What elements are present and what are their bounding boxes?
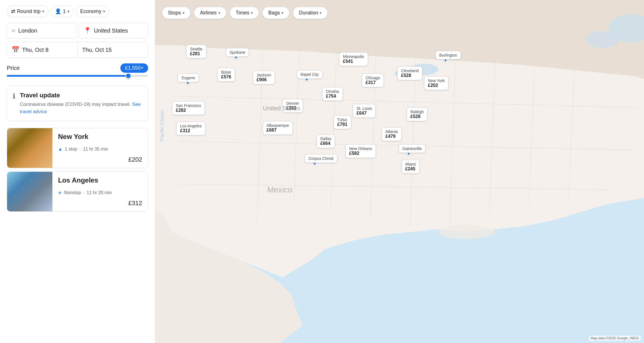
city-price-label[interactable]: New Orleans£582 (346, 144, 376, 158)
info-icon: ℹ (13, 92, 15, 100)
chevron-down-icon: ▾ (251, 11, 253, 15)
slider-thumb[interactable] (125, 73, 131, 79)
city-name: Miami (405, 162, 416, 166)
city-price: £317 (366, 80, 380, 85)
city-price: £576 (221, 74, 231, 80)
city-price-label[interactable]: Rapid City (297, 70, 323, 79)
city-name: Eugene (182, 76, 195, 80)
city-price-label[interactable]: Corpus Christi (305, 154, 337, 163)
city-price-label[interactable]: San Francisco£282 (172, 101, 205, 115)
city-name: Seattle (190, 47, 202, 51)
chevron-down-icon: ▾ (218, 11, 220, 15)
flight-card[interactable]: New York ▲ 1 stop · 11 hr 35 min £202 (7, 128, 148, 168)
city-price-label[interactable]: Gainesville (399, 144, 425, 153)
flight-card-content: Los Angeles ✈ Nonstop · 11 hr 20 min £31… (52, 172, 148, 211)
city-price-label[interactable]: Eugene (178, 74, 199, 82)
city-price: £202 (428, 83, 445, 88)
city-name: Burlington (439, 53, 457, 57)
city-name: Cleveland (401, 68, 419, 73)
flight-card[interactable]: Los Angeles ✈ Nonstop · 11 hr 20 min £31… (7, 172, 148, 212)
filter-times-button[interactable]: Times▾ (230, 7, 259, 19)
round-trip-icon: ⇄ (11, 8, 15, 14)
city-price-label[interactable]: Tulsa£791 (334, 115, 351, 129)
city-name: Corpus Christi (308, 156, 334, 161)
origin-field[interactable]: ○ London (7, 23, 76, 38)
filter-bags-button[interactable]: Bags▾ (262, 7, 289, 19)
passengers-button[interactable]: 👤 1 ▾ (51, 6, 74, 17)
city-name: Gainesville (402, 146, 422, 151)
city-name: Spokane (230, 50, 245, 55)
round-trip-button[interactable]: ⇄ Round trip ▾ (7, 6, 48, 17)
flight-card-price: £312 (58, 200, 142, 207)
city-name: Los Angeles (180, 124, 202, 128)
city-name: Omaha (326, 89, 339, 94)
city-name: St. Louis (357, 106, 372, 111)
update-title: Travel update (20, 92, 142, 99)
city-name: Tulsa (337, 117, 347, 122)
travel-update-card: ℹ Travel update Coronavirus disease (COV… (7, 86, 148, 121)
city-price: £687 (266, 128, 289, 133)
passenger-count: 1 (63, 8, 66, 14)
city-price-label[interactable]: St. Louis£647 (353, 104, 376, 118)
chevron-down-icon: ▾ (42, 9, 44, 14)
flight-card-price: £202 (58, 156, 142, 163)
destination-field[interactable]: 📍 United States (79, 23, 148, 38)
city-name: New Orleans (349, 146, 372, 151)
price-slider-track[interactable] (7, 75, 148, 77)
city-price-label[interactable]: Chicago£317 (362, 74, 384, 87)
city-price-label[interactable]: Minneapolis£541 (339, 52, 368, 66)
city-name: Minneapolis (343, 54, 364, 59)
dot-separator: · (79, 147, 80, 152)
city-name: Atlanta (385, 129, 398, 134)
city-price-label[interactable]: New York£202 (424, 76, 448, 90)
class-button[interactable]: Economy ▾ (76, 6, 109, 17)
city-price: £906 (257, 77, 271, 82)
city-price-label[interactable]: Albuquerque£687 (263, 121, 293, 135)
return-date-field[interactable]: Thu, Oct 15 (78, 42, 148, 57)
filter-label: Stops (168, 10, 181, 16)
filter-airlines-button[interactable]: Airlines▾ (194, 7, 226, 19)
date-row: 📅 Thu, Oct 8 Thu, Oct 15 (7, 42, 148, 58)
city-name: Dallas (320, 136, 331, 141)
update-content: Travel update Coronavirus disease (COVID… (20, 92, 142, 115)
filter-stops-button[interactable]: Stops▾ (162, 7, 191, 19)
flight-duration: 11 hr 20 min (87, 190, 112, 195)
svg-point-14 (586, 31, 620, 48)
airline-icon: ✈ (58, 190, 62, 196)
city-price-label[interactable]: Denver£352 (283, 99, 303, 113)
filter-bar: Stops▾Airlines▾Times▾Bags▾Duration▾ (162, 7, 328, 19)
destination-text: United States (94, 27, 128, 34)
flight-card-city: Los Angeles (58, 176, 142, 184)
flight-card-details: ▲ 1 stop · 11 hr 35 min (58, 147, 142, 152)
flight-duration: 11 hr 35 min (83, 147, 108, 152)
map-panel[interactable]: Mexico Pacific Ocean Stops▾Airlines▾Time… (155, 0, 644, 343)
city-price: £528 (410, 114, 424, 119)
city-price-label[interactable]: Jackson£906 (253, 71, 275, 84)
flight-cards-list: New York ▲ 1 stop · 11 hr 35 min £202 Lo… (7, 128, 148, 215)
city-price-label[interactable]: Boise£576 (217, 68, 235, 82)
city-price: £281 (190, 51, 202, 56)
svg-text:Pacific Ocean: Pacific Ocean (159, 110, 165, 142)
top-controls: ⇄ Round trip ▾ 👤 1 ▾ Economy ▾ (7, 6, 148, 17)
city-price-label[interactable]: Miami£245 (402, 160, 419, 173)
city-price-label[interactable]: Atlanta£479 (382, 127, 402, 141)
flight-card-city: New York (58, 133, 142, 141)
city-price-label[interactable]: Omaha£754 (322, 87, 343, 101)
flight-stops: Nonstop (64, 190, 81, 195)
destination-icon: 📍 (84, 27, 91, 34)
city-price-label[interactable]: Dallas£664 (317, 134, 335, 148)
chevron-down-icon: ▾ (320, 11, 322, 15)
filter-label: Times (236, 10, 249, 16)
flight-card-image (7, 172, 52, 211)
city-price: £352 (286, 106, 299, 111)
city-price-label[interactable]: Spokane (226, 48, 249, 57)
filter-duration-button[interactable]: Duration▾ (293, 7, 328, 19)
flight-stops: 1 stop (65, 147, 77, 152)
city-price-label[interactable]: Raleigh£528 (407, 108, 427, 121)
departure-date-field[interactable]: 📅 Thu, Oct 8 (7, 42, 78, 57)
city-price-label[interactable]: Cleveland£528 (397, 67, 422, 80)
city-price-label[interactable]: Seattle£281 (186, 45, 206, 58)
city-price-label[interactable]: Burlington (436, 51, 461, 59)
city-name: New York (428, 78, 445, 83)
city-price-label[interactable]: Los Angeles£312 (176, 122, 205, 135)
